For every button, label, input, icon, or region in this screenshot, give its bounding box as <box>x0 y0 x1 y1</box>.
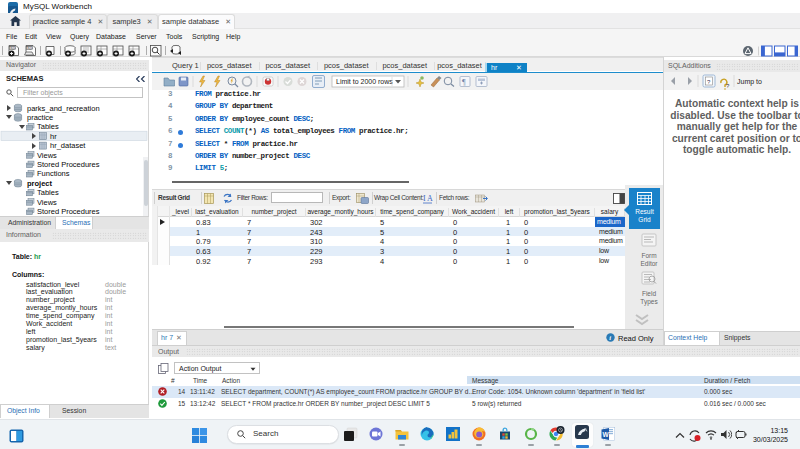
svg-text:A: A <box>427 194 433 203</box>
svg-text:Limit to 2000 rows: Limit to 2000 rows <box>336 78 393 85</box>
svg-text:I: I <box>423 194 426 203</box>
svg-text:¶: ¶ <box>462 78 466 87</box>
svg-text:SQL: SQL <box>10 46 16 50</box>
svg-text:SQL: SQL <box>27 46 33 50</box>
svg-text:?: ? <box>726 83 730 89</box>
svg-text:W: W <box>603 431 610 438</box>
svg-text:i: i <box>609 334 611 341</box>
svg-text:Jump to: Jump to <box>737 78 762 86</box>
